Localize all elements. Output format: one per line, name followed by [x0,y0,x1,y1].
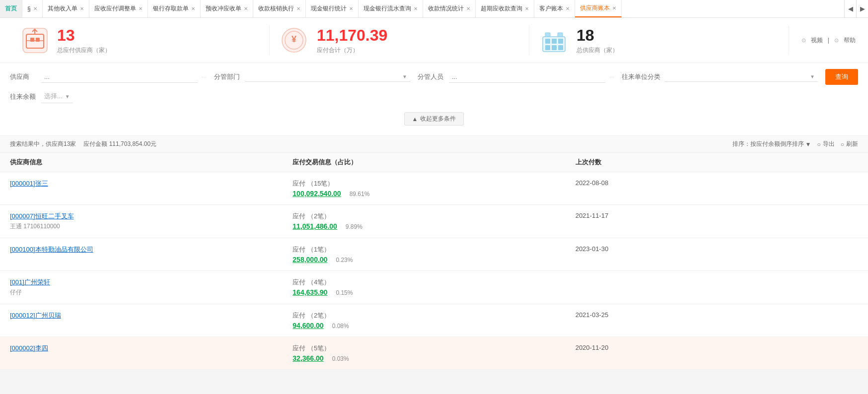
supplier-cell-1: [000001]张三 [10,179,292,188]
dept-filter-label: 分管部门 [214,72,241,81]
last-payment-cell-5: 2021-03-25 [576,311,858,319]
nav-other-income[interactable]: 其他收入单 ✕ [43,0,89,17]
category-select[interactable]: ▼ [664,72,818,82]
nav-arrows: ◀ ▶ [844,0,868,18]
payable-supplier-count: 13 [57,26,111,45]
payable-supplier-label: 总应付供应商（家） [57,46,111,55]
col-transaction-info: 应付交易信息（占比） [292,158,575,167]
last-payment-cell-2: 2021-11-17 [576,212,858,219]
close-icon[interactable]: ✕ [414,6,418,11]
nav-overdue-ar[interactable]: 超期应收款查询 ✕ [476,0,534,17]
supplier-link-2[interactable]: [000007]恒旺二手叉车 [10,212,74,220]
supplier-cell-5: [000012]广州贝瑞 [10,311,292,320]
nav-next-button[interactable]: ▶ [856,0,868,18]
transaction-cell-4: 应付 （4笔） 164,635.90 0.15% [292,278,575,296]
close-icon[interactable]: ✕ [525,6,529,11]
transaction-cell-2: 应付 （2笔） 11,051,486.00 9.89% [292,212,575,230]
transaction-cell-1: 应付 （15笔） 100,092,540.00 89.61% [292,179,575,197]
nav-receipt-verify[interactable]: 收款核销执行 ✕ [253,0,306,17]
supplier-cell-6: [000002]李四 [10,344,292,353]
nav-bank-deposit[interactable]: 银行存取款单 ✕ [148,0,201,17]
search-button[interactable]: 查询 [825,69,858,85]
export-icon: ○ [817,141,821,148]
close-icon[interactable]: ✕ [244,6,248,11]
nav-prev-button[interactable]: ◀ [844,0,856,18]
transaction-amount-6[interactable]: 32,366.00 [292,354,323,362]
supplier-link-1[interactable]: [000001]张三 [10,180,48,187]
category-filter: 往来单位分类 ▼ [622,72,818,82]
table-row: [000007]恒旺二手叉车 王通 17106110000 应付 （2笔） 11… [0,205,868,238]
svg-rect-17 [558,33,563,37]
svg-rect-12 [558,39,563,44]
close-icon[interactable]: ✕ [296,6,300,11]
nav-cash-stat[interactable]: 现金银行统计 ✕ [306,0,359,17]
result-amount-text: 应付金额 111,703,854.00元 [83,140,156,148]
supplier-cell-3: [000100]本特勤油品有限公司 [10,245,292,254]
transaction-amount-3[interactable]: 258,000.00 [292,256,327,263]
close-icon[interactable]: ✕ [612,5,616,11]
transaction-amount-1[interactable]: 100,092,540.00 [292,190,341,197]
help-link[interactable]: 帮助 [844,36,856,45]
supplier-link-6[interactable]: [000002]李四 [10,344,48,352]
collapse-filter-button[interactable]: ▲ 收起更多条件 [404,112,464,126]
chevron-down-icon: ▼ [65,94,70,99]
svg-rect-3 [36,38,40,42]
filter-area: 供应商 ··· 分管部门 ▼ 分管人员 ··· 往来单位分类 ▼ 查询 往来 [0,63,868,136]
sort-button[interactable]: 排序：按应付余额倒序排序 ▼ [732,140,811,148]
dept-select[interactable]: ▼ [245,72,411,82]
refresh-icon: ○ [841,141,844,148]
svg-rect-15 [558,45,563,50]
nav-supplier-ledger[interactable]: 供应商账本 ✕ [575,0,622,17]
result-bar: 搜索结果中，供应商13家 应付金额 111,703,854.00元 排序：按应付… [0,136,868,153]
supplier-filter-label: 供应商 [10,72,37,81]
supplier-link-3[interactable]: [000100]本特勤油品有限公司 [10,246,93,253]
close-icon[interactable]: ✕ [139,6,143,11]
nav-home[interactable]: 首页 [0,0,22,17]
nav-prepay-offset[interactable]: 预收冲应收单 ✕ [201,0,253,17]
table-row: [000012]广州贝瑞 应付 （2笔） 94,600.00 0.08% 202… [0,304,868,337]
svg-rect-16 [545,33,550,37]
chevron-down-icon: ▼ [810,74,815,79]
table-header: 供应商信息 应付交易信息（占比） 上次付数 [0,153,868,172]
nav-sec[interactable]: § ✕ [22,0,43,17]
transaction-amount-5[interactable]: 94,600.00 [292,322,323,329]
transaction-amount-2[interactable]: 11,051,486.00 [292,222,337,230]
supplier-cell-2: [000007]恒旺二手叉车 王通 17106110000 [10,212,292,231]
summary-payable-amount: ¥ 11,170.39 应付合计（万） [270,25,529,55]
total-supplier-label: 总供应商（家） [577,46,618,55]
summary-payable-suppliers: 13 总应付供应商（家） [10,25,270,55]
chevron-down-icon: ▼ [402,74,407,79]
export-button[interactable]: ○ 导出 [817,140,835,148]
close-icon[interactable]: ✕ [349,6,353,11]
transaction-cell-3: 应付 （1笔） 258,000.00 0.23% [292,245,575,263]
supplier-link-4[interactable]: [001]广州荣轩 [10,278,50,286]
supplier-input[interactable] [41,71,198,83]
payable-amount-value: 11,170.39 [317,26,387,45]
dept-filter: 分管部门 ▼ [214,72,411,82]
svg-rect-2 [30,38,34,42]
svg-rect-14 [552,45,557,50]
nav-cash-flow[interactable]: 现金银行流水查询 ✕ [359,0,423,17]
table-row: [000002]李四 应付 （5笔） 32,366.00 0.03% 2020-… [0,337,868,370]
supplier-cell-4: [001]广州荣轩 仔仔 [10,278,292,297]
balance-select[interactable]: 选择... ▼ [41,90,73,103]
close-icon[interactable]: ✕ [191,6,195,11]
nav-ar-ap-adjust[interactable]: 应收应付调整单 ✕ [89,0,148,17]
close-icon[interactable]: ✕ [566,6,570,11]
svg-rect-10 [545,39,550,44]
person-dots-icon[interactable]: ··· [609,74,614,80]
summary-total-suppliers: 18 总供应商（家） [529,25,789,55]
nav-customer-ledger[interactable]: 客户账本 ✕ [534,0,575,17]
video-link[interactable]: 视频 [811,36,823,45]
nav-receipt-stat[interactable]: 收款情况统计 ✕ [423,0,476,17]
refresh-button[interactable]: ○ 刷新 [841,140,858,148]
close-icon[interactable]: ✕ [80,6,84,11]
close-icon[interactable]: ✕ [33,6,37,11]
transaction-amount-4[interactable]: 164,635.90 [292,288,327,296]
close-icon[interactable]: ✕ [466,6,470,11]
person-input[interactable] [449,71,605,83]
supplier-filter: 供应商 ··· [10,71,207,83]
supplier-dots-icon[interactable]: ··· [202,74,206,80]
balance-filter-label: 往来余额 [10,92,37,101]
supplier-link-5[interactable]: [000012]广州贝瑞 [10,312,61,319]
